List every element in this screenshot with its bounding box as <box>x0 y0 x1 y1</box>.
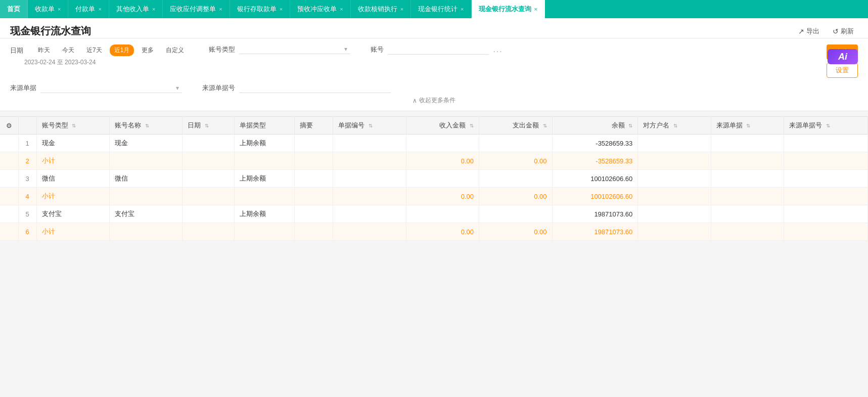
cell-doc-no <box>333 152 406 170</box>
col-source-doc-no[interactable]: 来源单据号 ⇅ <box>784 117 868 135</box>
date-yesterday[interactable]: 昨天 <box>33 45 55 56</box>
cell-num: 5 <box>18 205 36 223</box>
chevron-down-icon: ▾ <box>176 84 179 92</box>
refresh-button[interactable]: ↺ 刷新 <box>829 25 858 38</box>
nav-receipt[interactable]: 收款单 × <box>28 0 68 18</box>
cell-settings <box>0 135 18 152</box>
cell-account-name <box>109 152 182 170</box>
ai-badge[interactable]: Ai <box>828 49 858 64</box>
cell-summary <box>294 223 333 241</box>
close-icon[interactable]: × <box>152 6 155 12</box>
more-options-icon[interactable]: ... <box>493 45 502 54</box>
page-title: 现金银行流水查询 <box>10 24 91 38</box>
account-type-select[interactable]: ▾ <box>239 45 350 54</box>
cell-income: 0.00 <box>406 152 479 170</box>
sort-icon: ⇅ <box>72 123 76 128</box>
cell-date <box>182 205 234 223</box>
close-icon[interactable]: × <box>340 6 343 12</box>
cell-doc-no <box>333 170 406 188</box>
col-account-name[interactable]: 账号名称 ⇅ <box>109 117 182 135</box>
date-7days[interactable]: 近7天 <box>82 45 107 56</box>
cell-account-type: 现金 <box>36 135 109 152</box>
nav-home[interactable]: 首页 <box>0 0 28 18</box>
close-icon[interactable]: × <box>400 6 403 12</box>
col-source-doc[interactable]: 来源单据 ⇅ <box>711 117 784 135</box>
cell-doc-type: 上期余额 <box>234 170 294 188</box>
close-icon[interactable]: × <box>98 6 101 12</box>
cell-expense <box>479 170 552 188</box>
cell-counterpart <box>638 152 711 170</box>
export-button[interactable]: ↗ 导出 <box>794 25 824 38</box>
cell-balance: 19871073.60 <box>552 205 638 223</box>
col-date[interactable]: 日期 ⇅ <box>182 117 234 135</box>
cell-source-doc-no <box>784 135 868 152</box>
cell-account-name <box>109 188 182 205</box>
cell-source-doc <box>711 152 784 170</box>
col-expense[interactable]: 支出金额 ⇅ <box>479 117 552 135</box>
sort-icon: ⇅ <box>543 123 547 128</box>
cell-source-doc <box>711 135 784 152</box>
table-row: 3 微信 微信 上期余额 100102606.60 <box>0 170 868 188</box>
close-icon[interactable]: × <box>280 6 283 12</box>
settings-icon[interactable]: ⚙ <box>6 122 12 129</box>
col-settings[interactable]: ⚙ <box>0 117 18 135</box>
col-income[interactable]: 收入金额 ⇅ <box>406 117 479 135</box>
cell-settings <box>0 152 18 170</box>
cell-source-doc-no <box>784 152 868 170</box>
cell-account-name: 支付宝 <box>109 205 182 223</box>
cell-settings <box>0 205 18 223</box>
collapse-bar[interactable]: ∧ 收起更多条件 <box>10 96 858 105</box>
date-custom[interactable]: 自定义 <box>161 45 189 56</box>
table-wrapper: ⚙ 账号类型 ⇅ 账号名称 ⇅ 日期 ⇅ 单据类型 摘要 单据编号 <box>0 116 868 241</box>
close-icon[interactable]: × <box>534 6 537 12</box>
close-icon[interactable]: × <box>58 6 61 12</box>
filter-area: 日期 昨天 今天 近7天 近1月 更多 自定义 2023-02-24 至 202… <box>0 38 868 111</box>
col-counterpart[interactable]: 对方户名 ⇅ <box>638 117 711 135</box>
nav-cash-flow[interactable]: 现金银行流水查询 × <box>472 0 545 18</box>
chevron-down-icon: ▾ <box>344 46 347 53</box>
nav-write-off[interactable]: 收款核销执行 × <box>351 0 411 18</box>
table-row: 1 现金 现金 上期余额 -3528659.33 <box>0 135 868 152</box>
col-balance[interactable]: 余额 ⇅ <box>552 117 638 135</box>
source-doc-no-input[interactable] <box>239 83 391 93</box>
cell-summary <box>294 135 333 152</box>
col-account-type[interactable]: 账号类型 ⇅ <box>36 117 109 135</box>
sort-icon: ⇅ <box>470 123 474 128</box>
sort-icon: ⇅ <box>628 123 632 128</box>
close-icon[interactable]: × <box>461 6 464 12</box>
cell-source-doc <box>711 205 784 223</box>
col-doc-no[interactable]: 单据编号 ⇅ <box>333 117 406 135</box>
nav-bank-deposit[interactable]: 银行存取款单 × <box>230 0 290 18</box>
cell-expense: 0.00 <box>479 223 552 241</box>
date-label: 日期 <box>10 46 23 55</box>
account-input[interactable] <box>388 45 489 55</box>
nav-other-income[interactable]: 其他收入单 × <box>109 0 163 18</box>
settings-button[interactable]: 设置 <box>827 63 858 78</box>
source-doc-select[interactable]: ▾ <box>40 83 182 93</box>
sort-icon: ⇅ <box>369 123 373 128</box>
date-1month[interactable]: 近1月 <box>110 45 134 56</box>
account-type-label: 账号类型 <box>209 45 235 54</box>
table-row: 4 小计 0.00 0.00 100102606.60 <box>0 188 868 205</box>
cell-source-doc-no <box>784 170 868 188</box>
close-icon[interactable]: × <box>219 6 222 12</box>
cell-account-type: 小计 <box>36 188 109 205</box>
cell-counterpart <box>638 223 711 241</box>
col-num <box>18 117 36 135</box>
nav-prepay-offset[interactable]: 预收冲应收单 × <box>290 0 350 18</box>
cell-settings <box>0 223 18 241</box>
date-more[interactable]: 更多 <box>137 45 158 56</box>
account-filter: 账号 ... <box>371 45 502 55</box>
header-actions: ↗ 导出 ↺ 刷新 <box>794 25 858 38</box>
nav-ar-ap-adjust[interactable]: 应收应付调整单 × <box>163 0 230 18</box>
cell-settings <box>0 170 18 188</box>
sort-icon: ⇅ <box>673 123 677 128</box>
nav-cash-stat[interactable]: 现金银行统计 × <box>411 0 471 18</box>
cell-doc-type <box>234 152 294 170</box>
cell-source-doc-no <box>784 205 868 223</box>
table-row: 6 小计 0.00 0.00 19871073.60 <box>0 223 868 241</box>
date-today[interactable]: 今天 <box>58 45 79 56</box>
cell-balance: 19871073.60 <box>552 223 638 241</box>
nav-payment[interactable]: 付款单 × <box>68 0 109 18</box>
cell-income <box>406 205 479 223</box>
